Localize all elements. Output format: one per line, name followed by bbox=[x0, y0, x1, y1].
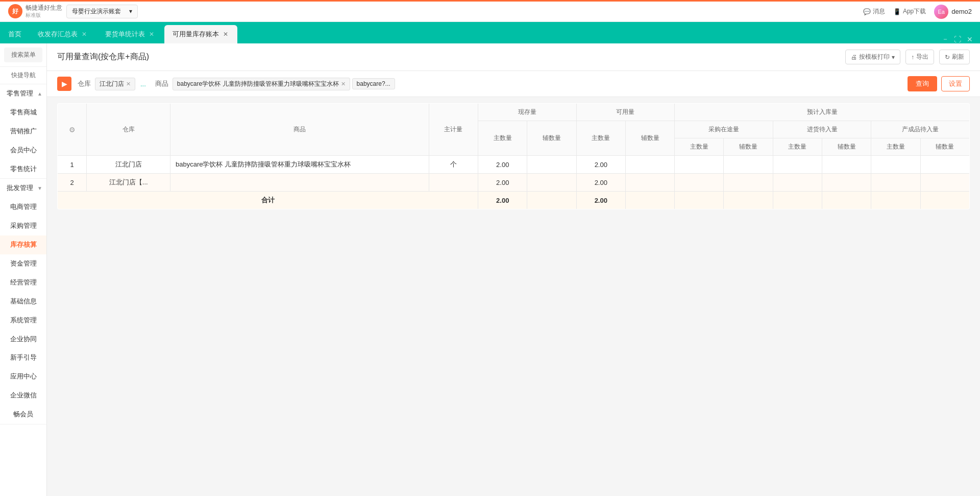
col-purchase-group: 采购在途量 bbox=[675, 121, 773, 138]
row-2-incoming-main bbox=[773, 174, 822, 192]
col-incoming-group: 进货待入量 bbox=[773, 121, 871, 138]
close-button[interactable]: ✕ bbox=[966, 35, 974, 43]
col-incoming-aux: 辅数量 bbox=[822, 138, 871, 156]
app-download-action[interactable]: 📱 App下载 bbox=[893, 7, 926, 16]
summary-label: 合计 bbox=[58, 192, 478, 209]
user-avatar-area[interactable]: Ea demo2 bbox=[934, 5, 972, 19]
refresh-icon: ↻ bbox=[945, 54, 950, 61]
sidebar-item-finance-label: 资金管理 bbox=[4, 259, 42, 268]
logo-sub: 标准版 bbox=[26, 12, 62, 19]
minimize-button[interactable]: － bbox=[941, 35, 949, 43]
sidebar-item-system[interactable]: 系统管理 bbox=[0, 311, 46, 330]
warehouse-tag-remove[interactable]: ✕ bbox=[126, 81, 131, 87]
top-bar: 好 畅捷通好生意 标准版 母婴行业演示账套 ▾ 💬 消息 📱 App下载 Ea … bbox=[0, 2, 980, 22]
settings-gear-icon[interactable]: ⚙ bbox=[69, 126, 76, 134]
sidebar-item-retail-stats[interactable]: 零售统计 bbox=[0, 160, 46, 179]
sidebar-item-operation[interactable]: 经营管理 bbox=[0, 273, 46, 292]
table-foot: 合计 2.00 2.00 bbox=[58, 192, 970, 209]
sidebar-item-retail-stats-label: 零售统计 bbox=[4, 165, 42, 174]
row-1-purchase-aux bbox=[724, 156, 773, 174]
row-1-warehouse: 江北门店 bbox=[87, 156, 170, 174]
sidebar-item-enterprise-wechat-label: 企业微信 bbox=[4, 391, 42, 400]
sidebar-item-purchase-label: 采购管理 bbox=[4, 222, 42, 230]
settings-button[interactable]: 设置 bbox=[941, 76, 970, 91]
logo-area: 好 畅捷通好生意 标准版 bbox=[8, 4, 62, 18]
sidebar-item-app-center[interactable]: 应用中心 bbox=[0, 367, 46, 386]
col-purchase-aux: 辅数量 bbox=[724, 138, 773, 156]
filter-actions-right: 查询 设置 bbox=[908, 76, 970, 91]
summary-available-aux bbox=[625, 192, 674, 209]
warehouse-tag: 江北门店 ✕ bbox=[95, 78, 135, 90]
summary-row: 合计 2.00 2.00 bbox=[58, 192, 970, 209]
refresh-btn[interactable]: ↻ 刷新 bbox=[939, 50, 970, 64]
tab-order-stats-close[interactable]: ✕ bbox=[148, 30, 155, 39]
filter-toggle-btn[interactable]: ▶ bbox=[57, 77, 71, 91]
print-template-label: 按模板打印 bbox=[859, 53, 890, 61]
row-1-incoming-aux bbox=[822, 156, 871, 174]
main-layout: 搜索菜单 快捷导航 零售管理 ▲ 零售商城 营销推广 会员中心 零售统计 批发管… bbox=[0, 43, 980, 496]
sidebar-item-basic-info[interactable]: 基础信息 bbox=[0, 292, 46, 311]
sidebar-item-member-center-label: 会员中心 bbox=[4, 146, 42, 155]
tab-order-stats[interactable]: 要货单统计表 ✕ bbox=[97, 25, 163, 43]
message-label: 消息 bbox=[873, 7, 885, 16]
tab-receipt-summary[interactable]: 收发存汇总表 ✕ bbox=[30, 25, 96, 43]
sidebar-item-new-guide[interactable]: 新手引导 bbox=[0, 348, 46, 367]
row-2-index: 2 bbox=[58, 174, 87, 192]
row-1-unit: 个 bbox=[429, 156, 478, 174]
sidebar-item-vip-member[interactable]: 畅会员 bbox=[0, 405, 46, 424]
print-template-btn[interactable]: 🖨 按模板打印 ▾ bbox=[845, 50, 900, 64]
sidebar-item-enterprise-wechat[interactable]: 企业微信 bbox=[0, 386, 46, 405]
sidebar-item-finance[interactable]: 资金管理 bbox=[0, 254, 46, 273]
warehouse-filter-more[interactable]: ... bbox=[137, 79, 149, 89]
warehouse-filter-tags: 江北门店 ✕ ... bbox=[95, 78, 149, 90]
tab-receipt-summary-label: 收发存汇总表 bbox=[38, 30, 78, 39]
sidebar-item-member-center[interactable]: 会员中心 bbox=[0, 141, 46, 160]
page-title: 可用量查询(按仓库+商品) bbox=[57, 52, 149, 62]
summary-current-main: 2.00 bbox=[478, 192, 527, 209]
industry-selector[interactable]: 母婴行业演示账套 ▾ bbox=[66, 5, 138, 18]
chevron-down-icon2: ▾ bbox=[892, 54, 895, 61]
row-2-available-main: 2.00 bbox=[576, 174, 625, 192]
logo-text-area: 畅捷通好生意 标准版 bbox=[26, 4, 62, 18]
sidebar-item-quick-nav[interactable]: 快捷导航 bbox=[0, 67, 46, 84]
sidebar-item-wholesale-mgmt-label: 批发管理 bbox=[4, 184, 35, 193]
sidebar-section-retail: 零售管理 ▲ 零售商城 营销推广 会员中心 零售统计 bbox=[0, 84, 46, 179]
row-1-incoming-main bbox=[773, 156, 822, 174]
sidebar-item-purchase[interactable]: 采购管理 bbox=[0, 217, 46, 235]
col-product: 商品 bbox=[170, 104, 429, 156]
product-filter-label: 商品 bbox=[155, 79, 168, 88]
query-button[interactable]: 查询 bbox=[908, 76, 937, 91]
top-bar-left: 好 畅捷通好生意 标准版 母婴行业演示账套 ▾ bbox=[8, 4, 138, 18]
export-icon: ↑ bbox=[911, 54, 914, 61]
sidebar-item-marketing[interactable]: 营销推广 bbox=[0, 122, 46, 141]
sidebar-item-enterprise-collab[interactable]: 企业协同 bbox=[0, 330, 46, 349]
sidebar-item-retail-mgmt[interactable]: 零售管理 ▲ bbox=[0, 84, 46, 103]
arrow-icon: ▲ bbox=[37, 91, 42, 97]
sidebar-item-inventory-check[interactable]: 库存核算 bbox=[0, 235, 46, 254]
row-1-current-main: 2.00 bbox=[478, 156, 527, 174]
table-row: 1 江北门店 babycare学饮杯 儿童防摔防撞吸管杯重力球吸嘴杯宝宝水杯 个… bbox=[58, 156, 970, 174]
avatar: Ea bbox=[934, 5, 948, 19]
sidebar-item-retail-mall[interactable]: 零售商城 bbox=[0, 103, 46, 122]
tab-available-stock-label: 可用量库存账本 bbox=[173, 30, 219, 39]
message-action[interactable]: 💬 消息 bbox=[863, 7, 885, 16]
col-settings[interactable]: ⚙ bbox=[58, 104, 87, 156]
table-container: ⚙ 仓库 商品 主计量 现存量 可用量 预计入库量 主数量 辅数量 主数量 辅数… bbox=[47, 97, 980, 496]
tab-available-stock[interactable]: 可用量库存账本 ✕ bbox=[164, 25, 237, 43]
tab-available-stock-close[interactable]: ✕ bbox=[222, 30, 229, 39]
search-menu-button[interactable]: 搜索菜单 bbox=[4, 48, 42, 62]
sidebar-item-ecommerce[interactable]: 电商管理 bbox=[0, 198, 46, 217]
tab-home[interactable]: 首页 bbox=[0, 25, 30, 43]
maximize-button[interactable]: ⛶ bbox=[953, 35, 962, 43]
export-btn[interactable]: ↑ 导出 bbox=[905, 50, 934, 64]
product-tag-1-remove[interactable]: ✕ bbox=[341, 81, 346, 87]
product-tag-1-value: babycare学饮杯 儿童防摔防撞吸管杯重力球吸嘴杯宝宝水杯 bbox=[177, 80, 339, 88]
tab-order-stats-label: 要货单统计表 bbox=[105, 30, 145, 39]
warehouse-filter-group: 仓库 江北门店 ✕ ... bbox=[78, 78, 149, 90]
row-2-unit bbox=[429, 174, 478, 192]
tab-receipt-summary-close[interactable]: ✕ bbox=[81, 30, 88, 39]
product-filter-tags: babycare学饮杯 儿童防摔防撞吸管杯重力球吸嘴杯宝宝水杯 ✕ babyca… bbox=[173, 78, 395, 90]
summary-purchase-aux bbox=[724, 192, 773, 209]
sidebar-item-basic-info-label: 基础信息 bbox=[4, 297, 42, 306]
sidebar-item-wholesale-mgmt[interactable]: 批发管理 ▼ bbox=[0, 179, 46, 198]
